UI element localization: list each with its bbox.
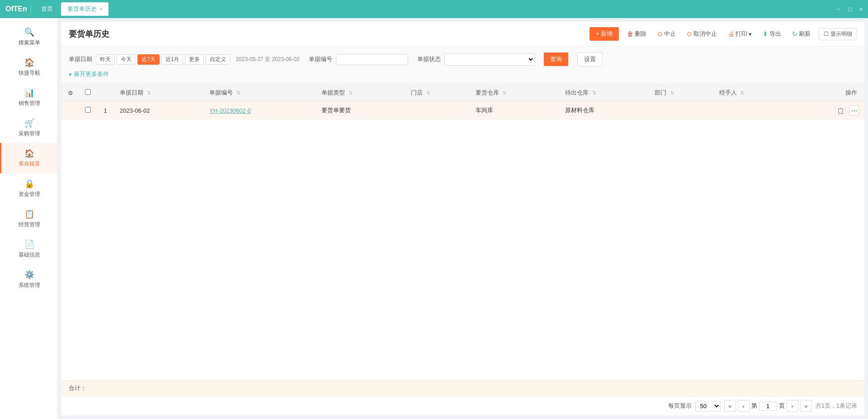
bill-number-link[interactable]: YH-20230602-0 xyxy=(209,107,251,114)
th-check xyxy=(80,84,96,102)
sidebar-item-finance[interactable]: 🔒 资金管理 xyxy=(0,173,57,204)
delete-icon: 🗑 xyxy=(627,30,633,38)
stop-icon: ⊙ xyxy=(657,30,663,38)
search-menu-icon: 🔍 xyxy=(24,27,34,37)
bill-number-input[interactable] xyxy=(336,54,408,65)
th-handler[interactable]: 经手人 ⇅ xyxy=(714,84,791,102)
display-cell-button[interactable]: ☐ 显示明细 xyxy=(819,28,857,40)
page-size-select[interactable]: 20 50 100 xyxy=(695,401,721,411)
bill-status-select[interactable] xyxy=(444,53,535,66)
export-button[interactable]: ⬆ 导出 xyxy=(760,28,784,40)
sidebar-item-sales[interactable]: 📊 销售管理 xyxy=(0,82,57,113)
pagination-bar: 每页显示 20 50 100 « ‹ 第 页 › » xyxy=(61,396,864,415)
page-next-btn[interactable]: › xyxy=(787,400,798,412)
sidebar-item-quick-nav[interactable]: 🏠 快捷导航 xyxy=(0,52,57,82)
expand-filter-button[interactable]: ▾ 展开更多条件 xyxy=(69,70,109,78)
page-prev-btn[interactable]: ‹ xyxy=(738,400,750,412)
td-store xyxy=(406,102,470,119)
td-operation: 📋 ⋯ xyxy=(791,102,864,119)
tab-close-icon[interactable]: × xyxy=(99,6,102,12)
sidebar-item-system[interactable]: ⚙️ 系统管理 xyxy=(0,264,57,295)
display-cell-checkbox: ☐ xyxy=(824,31,829,37)
query-button[interactable]: 查询 xyxy=(544,52,568,66)
tab-home[interactable]: 首页 xyxy=(35,2,59,16)
finance-icon: 🔒 xyxy=(24,179,34,189)
page-title: 要货单历史 xyxy=(69,29,590,39)
sidebar-item-basic-info[interactable]: 📄 基础信息 xyxy=(0,234,57,264)
th-number[interactable]: 单据编号 ⇅ xyxy=(204,84,316,102)
system-icon: ⚙️ xyxy=(24,270,34,280)
page-label: 页 xyxy=(779,402,785,410)
data-table: ⚙ 单据日期 ⇅ 单据编号 ⇅ 单据类型 ⇅ 门店 ⇅ 要货仓库 ⇅ 待出仓库 … xyxy=(61,84,864,119)
page-label-before: 第 xyxy=(751,402,757,410)
date-btn-1month[interactable]: 近1月 xyxy=(161,54,184,65)
td-settings xyxy=(61,102,80,119)
page-last-btn[interactable]: » xyxy=(800,400,812,412)
table-container: ⚙ 单据日期 ⇅ 单据编号 ⇅ 单据类型 ⇅ 门店 ⇅ 要货仓库 ⇅ 待出仓库 … xyxy=(61,84,864,380)
sidebar: 🔍 搜索菜单 🏠 快捷导航 📊 销售管理 🛒 采购管理 🏠 库存核算 🔒 xyxy=(0,18,58,419)
td-handler xyxy=(714,102,791,119)
quick-nav-icon: 🏠 xyxy=(24,57,34,67)
sidebar-item-purchase[interactable]: 🛒 采购管理 xyxy=(0,113,57,143)
op-more-icon[interactable]: ⋯ xyxy=(849,105,859,115)
operations-icon: 📋 xyxy=(24,209,34,219)
table-footer: 合计： xyxy=(61,380,864,396)
sidebar-item-inventory[interactable]: 🏠 库存核算 xyxy=(0,143,57,173)
main-layout: 🔍 搜索菜单 🏠 快捷导航 📊 销售管理 🛒 采购管理 🏠 库存核算 🔒 xyxy=(0,18,868,419)
print-dropdown-icon: ▾ xyxy=(749,31,752,38)
table-row: 1 2023-06-02 YH-20230602-0 要货单要货 车间库 原材料… xyxy=(61,102,864,119)
minimize-icon[interactable]: － xyxy=(835,5,841,13)
th-req-warehouse[interactable]: 要货仓库 ⇅ xyxy=(470,84,560,102)
page-nav: « ‹ 第 页 › » xyxy=(724,400,812,412)
export-icon: ⬆ xyxy=(763,30,768,38)
td-department xyxy=(649,102,714,119)
th-date[interactable]: 单据日期 ⇅ xyxy=(114,84,204,102)
maximize-icon[interactable]: □ xyxy=(849,6,852,13)
tab-active[interactable]: 要货单历史 × xyxy=(61,2,108,16)
date-buttons: 昨天 今天 近7天 近1月 更多 自定义 xyxy=(96,54,230,65)
op-edit-icon[interactable]: 📋 xyxy=(835,105,845,115)
th-settings[interactable]: ⚙ xyxy=(61,84,80,102)
print-button[interactable]: 🖨 打印 ▾ xyxy=(725,28,755,40)
settings-button[interactable]: 设置 xyxy=(577,52,603,67)
print-icon: 🖨 xyxy=(728,30,734,38)
page-number-input[interactable] xyxy=(759,401,777,411)
close-window-icon[interactable]: × xyxy=(859,6,863,13)
content-area: 要货单历史 + 新增 🗑 删除 ⊙ 中止 ⊙ 取消中止 xyxy=(58,18,868,419)
th-store[interactable]: 门店 ⇅ xyxy=(406,84,470,102)
refresh-button[interactable]: ↻ 刷新 xyxy=(789,28,813,40)
td-date: 2023-06-02 xyxy=(114,102,204,119)
date-btn-7days[interactable]: 近7天 xyxy=(137,54,160,65)
td-number: YH-20230602-0 xyxy=(204,102,316,119)
cancel-stop-icon: ⊙ xyxy=(687,30,692,38)
td-index: 1 xyxy=(96,102,114,119)
new-button[interactable]: + 新增 xyxy=(590,27,619,41)
th-department[interactable]: 部门 ⇅ xyxy=(649,84,714,102)
bill-number-filter: 单据编号 xyxy=(309,54,408,65)
select-all-checkbox[interactable] xyxy=(85,89,91,95)
sales-icon: 📊 xyxy=(24,88,34,98)
inventory-icon: 🏠 xyxy=(24,148,34,158)
sidebar-item-operations[interactable]: 📋 经营管理 xyxy=(0,204,57,234)
date-btn-custom[interactable]: 自定义 xyxy=(206,54,230,65)
page-first-btn[interactable]: « xyxy=(724,400,736,412)
cancel-stop-button[interactable]: ⊙ 取消中止 xyxy=(684,28,720,40)
app-container: OfTEn 首页 要货单历史 × － □ × 🔍 搜索菜单 🏠 快捷导航 📊 xyxy=(0,0,868,419)
td-req-warehouse: 车间库 xyxy=(470,102,560,119)
date-btn-more[interactable]: 更多 xyxy=(185,54,204,65)
sidebar-item-search-menu[interactable]: 🔍 搜索菜单 xyxy=(0,22,57,52)
row-checkbox[interactable] xyxy=(85,107,91,113)
stop-button[interactable]: ⊙ 中止 xyxy=(655,28,679,40)
th-index xyxy=(96,84,114,102)
delete-button[interactable]: 🗑 删除 xyxy=(624,28,649,40)
toolbar: + 新增 🗑 删除 ⊙ 中止 ⊙ 取消中止 xyxy=(590,27,857,41)
filter-area: 单据日期 昨天 今天 近7天 近1月 更多 自定义 2023-05-27 至 2… xyxy=(61,47,864,84)
refresh-icon: ↻ xyxy=(792,30,797,38)
top-bar: OfTEn 首页 要货单历史 × － □ × xyxy=(0,0,868,18)
th-type[interactable]: 单据类型 ⇅ xyxy=(316,84,406,102)
th-pending-warehouse[interactable]: 待出仓库 ⇅ xyxy=(560,84,649,102)
date-btn-today[interactable]: 今天 xyxy=(117,54,136,65)
date-btn-yesterday[interactable]: 昨天 xyxy=(96,54,115,65)
td-pending-warehouse: 原材料仓库 xyxy=(560,102,649,119)
expand-icon: ▾ xyxy=(69,71,72,78)
